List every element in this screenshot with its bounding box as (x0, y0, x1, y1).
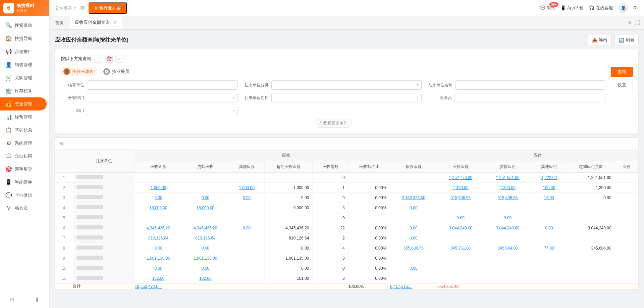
query-button[interactable]: 查询 (611, 67, 633, 77)
cell-pay-loan[interactable]: 0.00 (484, 213, 531, 223)
cell-pay-other[interactable]: 13.00 (531, 193, 567, 203)
promo-button[interactable]: 体验行业方案 (89, 2, 127, 14)
cell-recv-loan[interactable]: 1,001,135.00 (182, 253, 229, 263)
cell-pay-other[interactable]: 0.00 (531, 223, 567, 233)
sidebar-item-search[interactable]: 🔍搜索菜单 (0, 19, 49, 32)
cell-pay-other[interactable]: 1,222.00 (531, 173, 567, 183)
cell-recv-loan[interactable]: 18,000.00 (182, 203, 229, 213)
cell-prepaid[interactable]: 0.00 (390, 233, 437, 243)
tab-expand-icon[interactable]: ⛶ (635, 20, 640, 26)
sidebar-icon-finance: 💰 (5, 101, 12, 107)
filter-dept-mgr-input[interactable]: ▾ (87, 93, 238, 102)
cell-recv-amount[interactable]: 4,345,436.20 (135, 223, 182, 233)
cell-recv-amount[interactable]: 1,000.00 (135, 183, 182, 193)
sidebar-item-inventory[interactable]: 🏢库存核算 (0, 84, 49, 97)
filter-collapse-left-btn[interactable]: « (115, 55, 123, 63)
cell-recv-amount[interactable]: 0.00 (135, 263, 182, 273)
filter-name-input[interactable] (455, 80, 605, 90)
sidebar-item-guide[interactable]: 🎯新手引导 (0, 163, 49, 176)
cell-prepaid[interactable]: 0.00 (390, 223, 437, 233)
receivable-group-header: 应收 (135, 150, 437, 161)
sidebar-item-corp[interactable]: 🏛企业协同 (0, 150, 49, 163)
cell-pay-amount[interactable]: 1,252,773.00 (437, 173, 484, 183)
sidebar-item-sales[interactable]: 👤销售管理 (0, 58, 49, 71)
sidebar-item-system[interactable]: ⚙系统管理 (0, 137, 49, 150)
cell-recv-amount[interactable]: 18,000.00 (135, 203, 182, 213)
cell-recv-other[interactable]: 1,000.00 (229, 183, 264, 193)
filter-settlement-input[interactable]: ··· (87, 80, 238, 90)
total-prepaid[interactable]: 6,417,215.... (390, 283, 437, 290)
collapse-button[interactable]: ∧ 收起更多条件 (315, 119, 352, 128)
cell-recv-loan[interactable]: 4,345,436.20 (182, 223, 229, 233)
topbar-gear-icon[interactable]: ⚙ (78, 3, 86, 12)
filter-nature-input[interactable]: ▾ (271, 93, 422, 102)
sidebar-item-quicknav[interactable]: 🏠快捷导航 (0, 32, 49, 45)
cell-pay-amount[interactable]: 345,761.00 (437, 243, 484, 253)
row-partner (73, 193, 135, 203)
cell-recv-loan[interactable]: 152.00 (182, 273, 229, 283)
cell-recv-loan[interactable]: 0.00 (182, 263, 229, 273)
cell-recv-amount[interactable]: 0.00 (135, 193, 182, 203)
sidebar-item-hardware[interactable]: 📱智能硬件 (0, 176, 49, 189)
tab-close-all-icon[interactable]: ✕ (628, 19, 632, 26)
cell-recv-amount[interactable]: 1,001,135.00 (135, 253, 182, 263)
sidebar-item-purchase[interactable]: 🛒采购管理 (0, 71, 49, 84)
cell-pay-loan[interactable]: 915,495.56 (484, 193, 531, 203)
filter-salesman-input[interactable]: ··· (454, 93, 605, 102)
cell-prepaid[interactable]: 0.00 (390, 263, 437, 273)
filter-add-btn[interactable]: + (94, 55, 102, 63)
tab-receivable[interactable]: 应收应付余额查询 ✕ (69, 16, 122, 29)
collapse-footer-btn[interactable]: ⏸ (30, 294, 44, 305)
cell-recv-amount[interactable]: 152.00 (135, 273, 182, 283)
cell-prepaid[interactable]: 655,636.75 (390, 243, 437, 253)
filter-settlement: 结算单位 ··· (61, 80, 238, 90)
service-button[interactable]: 🎧 在线客服 (589, 5, 613, 11)
cell-pay-loan[interactable]: 1,251,551.00 (484, 173, 531, 183)
app-download-button[interactable]: 📱 App下载 (560, 5, 584, 11)
username[interactable]: Rit (633, 5, 639, 10)
cell-pay-loan[interactable]: 3,044,240.00 (484, 223, 531, 233)
filter-target-btn[interactable]: 🎯 (105, 55, 113, 63)
cell-recv-amount[interactable]: 0.00 (135, 243, 182, 253)
cell-pay-amount[interactable]: 915,508.56 (437, 193, 484, 203)
sidebar-item-operations[interactable]: 📊经营管理 (0, 111, 49, 124)
cell-recv-amount[interactable]: 810,126.64 (135, 233, 182, 243)
tab-home[interactable]: 首页 (50, 16, 69, 29)
sidebar-item-member[interactable]: V畅会员 (0, 202, 49, 215)
cell-recv-loan[interactable]: 810,126.64 (182, 233, 229, 243)
sidebar-icon-inventory: 🏢 (5, 88, 12, 94)
cell-pay-amount[interactable]: 0.00 (437, 213, 484, 223)
sidebar-item-marketing[interactable]: 📢营销推广 (0, 45, 49, 58)
sidebar-icon-marketing: 📢 (5, 48, 12, 55)
cell-pay-overdue (567, 273, 615, 283)
table-settings-icon[interactable]: ⚙ (59, 140, 64, 147)
refresh-button[interactable]: 🔄 刷新 (614, 35, 639, 45)
sidebar-item-finance[interactable]: 💰资金管理 (0, 97, 47, 111)
topbar: 公司名称 ▾ ⚙ 体验行业方案 💬 消息 99+ 📱 App下载 🎧 在线客服 … (50, 0, 644, 16)
total-recv-amount[interactable]: 19,553,472,6... (135, 283, 182, 290)
cell-prepaid[interactable]: 0.00 (390, 203, 437, 213)
sidebar-item-basic[interactable]: 📋基础信息 (0, 124, 49, 137)
export-button[interactable]: 📤 导出 (588, 35, 612, 45)
filter-category-input[interactable]: ▾ (271, 80, 422, 90)
cell-pay-amount[interactable]: 3,044,240.00 (437, 223, 484, 233)
cell-pay-loan[interactable]: 345,684.00 (484, 243, 531, 253)
scheme-by-salesman[interactable]: 🕐 按业务员 (101, 67, 132, 76)
cell-pay-loan[interactable]: 1,390.00 (484, 183, 531, 193)
cell-recv-other[interactable]: 0.00 (229, 193, 264, 203)
scheme-by-partner[interactable]: 👤 按往来单位 (61, 67, 97, 76)
msg-button[interactable]: 💬 消息 99+ (540, 5, 555, 11)
sidebar-item-wechat[interactable]: 💬企业微信 (0, 189, 49, 202)
cell-pay-other[interactable]: 100.00 (531, 183, 567, 193)
cell-recv-other[interactable]: 0.00 (229, 223, 264, 233)
cell-pay-amount[interactable]: 1,490.00 (437, 183, 484, 193)
cell-recv-loan[interactable]: 0.00 (182, 243, 229, 253)
settings-footer-btn[interactable]: ⚙ (5, 294, 19, 305)
cell-prepaid[interactable]: 2,153,333.00 (390, 193, 437, 203)
tab-close-icon[interactable]: ✕ (113, 20, 116, 25)
cell-recv-loan[interactable]: 0.00 (182, 193, 229, 203)
cell-pay-other[interactable]: 77.00 (531, 243, 567, 253)
filter-dept-input[interactable]: ▾ (87, 106, 238, 115)
avatar[interactable]: 👤 (619, 3, 628, 13)
setting-button[interactable]: 设置 (611, 80, 633, 90)
